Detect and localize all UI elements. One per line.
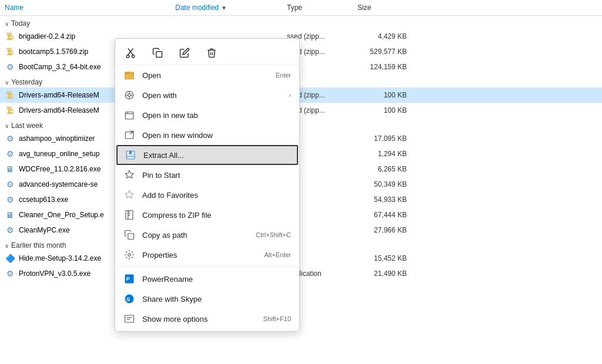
svg-rect-14: [125, 112, 133, 119]
context-open-with[interactable]: Open with ›: [115, 85, 299, 105]
zip-icon: 🗜: [5, 31, 15, 42]
context-properties[interactable]: Properties Alt+Enter: [115, 245, 299, 265]
exe-icon: ⚙: [5, 194, 15, 205]
app-icon: 🖥: [5, 210, 15, 220]
table-row[interactable]: ⚙ProtonVPN_v3.0.5.exe 6/16/2023 02:20 PM…: [0, 266, 602, 281]
exe-icon: ⚙: [5, 268, 15, 279]
open-new-tab-icon: [123, 109, 135, 121]
show-more-label: Show more options: [142, 315, 256, 323]
explorer-area: Name Date modified ▼ Type Size ∨ Today 🗜…: [0, 0, 602, 364]
properties-label: Properties: [142, 251, 257, 259]
context-copy-path[interactable]: Copy as path Ctrl+Shift+C: [115, 225, 299, 245]
table-row[interactable]: 🖥WDCFree_11.0.2.816.exe tion 6,265 KB: [0, 161, 602, 177]
col-size-header[interactable]: Size: [353, 2, 412, 13]
svg-point-9: [128, 94, 131, 97]
open-new-window-icon: [123, 129, 135, 141]
properties-shortcut: Alt+Enter: [264, 251, 291, 258]
zip-icon: 🗜: [5, 105, 15, 116]
copy-path-icon: [123, 229, 135, 241]
table-row[interactable]: 🔷Hide.me-Setup-3.14.2.exe tion 15,452 KB: [0, 251, 602, 266]
col-type-header[interactable]: Type: [282, 2, 353, 13]
group-yesterday: ∨ Yesterday: [0, 75, 602, 87]
context-toolbar: [115, 41, 299, 65]
context-add-favorites[interactable]: Add to Favorites: [115, 185, 299, 205]
table-row[interactable]: ⚙CleanMyPC.exe tion 27,966 KB: [0, 223, 602, 238]
context-open-new-window[interactable]: Open in new window: [115, 125, 299, 145]
svg-rect-5: [156, 52, 162, 58]
group-last-week: ∨ Last week: [0, 118, 602, 131]
power-rename-icon: P: [123, 273, 135, 285]
context-extract-all[interactable]: Extract All...: [116, 145, 298, 165]
context-power-rename[interactable]: P PowerRename: [115, 269, 299, 289]
exe-icon: ⚙: [5, 62, 15, 72]
open-shortcut: Enter: [276, 72, 291, 79]
table-row[interactable]: ⚙BootCamp_3.2_64-bit.exe tion 124,159 KB: [0, 59, 602, 75]
rename-icon[interactable]: [176, 45, 193, 61]
pin-start-label: Pin to Start: [142, 171, 291, 180]
properties-icon: [123, 249, 135, 261]
chevron-earlier-icon: ∨: [5, 242, 9, 249]
context-pin-start[interactable]: Pin to Start: [115, 165, 299, 185]
table-row[interactable]: ⚙avg_tuneup_online_setup tion 1,294 KB: [0, 146, 602, 161]
svg-point-0: [126, 55, 129, 58]
add-favorites-icon: [123, 189, 135, 201]
context-share-skype[interactable]: S Share with Skype: [115, 289, 299, 309]
app-icon: 🔷: [5, 253, 15, 264]
extract-all-icon: [125, 149, 136, 161]
zip-icon: 🗜: [5, 90, 15, 100]
show-more-icon: [123, 313, 135, 325]
app-icon: 🖥: [5, 164, 15, 174]
group-today: ∨ Today: [0, 16, 602, 29]
share-skype-icon: S: [123, 293, 135, 305]
group-earlier-month: ∨ Earlier this month: [0, 238, 602, 251]
table-row[interactable]: 🗜Drivers-amd64-ReleaseM ssed (zipp... 10…: [0, 87, 602, 103]
copy-icon[interactable]: [149, 45, 166, 61]
exe-icon: ⚙: [5, 133, 15, 144]
table-row[interactable]: ⚙ccsetup613.exe tion 54,933 KB: [0, 192, 602, 207]
open-icon: [123, 69, 135, 81]
svg-text:S: S: [126, 296, 131, 302]
chevron-lastweek-icon: ∨: [5, 123, 9, 129]
power-rename-label: PowerRename: [142, 275, 291, 284]
svg-rect-17: [125, 132, 133, 139]
zip-icon: 🗜: [5, 46, 15, 57]
chevron-today-icon: ∨: [5, 21, 9, 27]
table-row[interactable]: 🖥Cleaner_One_Pro_Setup.e tion 67,444 KB: [0, 207, 602, 223]
column-headers: Name Date modified ▼ Type Size: [0, 0, 602, 16]
extract-all-label: Extract All...: [143, 151, 290, 160]
exe-icon: ⚙: [5, 225, 15, 235]
compress-zip-label: Compress to ZIP file: [142, 211, 291, 220]
table-row[interactable]: 🗜bootcamp5.1.5769.zip ssed (zipp... 529,…: [0, 44, 602, 59]
file-list: ∨ Today 🗜brigadier-0.2.4.zip ssed (zipp.…: [0, 16, 602, 363]
open-with-arrow-icon: ›: [289, 92, 291, 99]
context-show-more[interactable]: Show more options Shift+F10: [115, 309, 299, 329]
exe-icon: ⚙: [5, 149, 15, 159]
context-open-new-tab[interactable]: Open in new tab: [115, 105, 299, 125]
context-open[interactable]: Open Enter: [115, 65, 299, 85]
svg-point-1: [132, 55, 135, 58]
show-more-shortcut: Shift+F10: [263, 315, 291, 322]
table-row[interactable]: ⚙advanced-systemcare-se tion 50,349 KB: [0, 177, 602, 192]
delete-icon[interactable]: [203, 45, 220, 61]
table-row[interactable]: 🗜Drivers-amd64-ReleaseM ssed (zipp... 10…: [0, 103, 602, 118]
cut-icon[interactable]: [122, 45, 139, 61]
open-with-label: Open with: [142, 91, 282, 100]
col-name-header[interactable]: Name: [0, 2, 170, 13]
copy-path-label: Copy as path: [142, 231, 249, 240]
table-row[interactable]: 🗜brigadier-0.2.4.zip ssed (zipp... 4,429…: [0, 29, 602, 44]
add-favorites-label: Add to Favorites: [142, 191, 291, 200]
share-skype-label: Share with Skype: [142, 295, 291, 304]
svg-text:P: P: [126, 276, 130, 282]
context-compress-zip[interactable]: Compress to ZIP file: [115, 205, 299, 225]
svg-rect-7: [125, 72, 129, 74]
col-date-header[interactable]: Date modified ▼: [170, 2, 282, 13]
open-label: Open: [142, 71, 269, 80]
exe-icon: ⚙: [5, 179, 15, 190]
svg-rect-26: [128, 234, 134, 240]
svg-rect-32: [125, 315, 134, 322]
open-new-window-label: Open in new window: [142, 131, 291, 140]
context-menu: Open Enter Open with › Open in new tab: [115, 38, 300, 332]
svg-point-27: [128, 254, 131, 257]
chevron-yesterday-icon: ∨: [5, 79, 9, 86]
table-row[interactable]: ⚙ashampoo_winoptimizer tion 17,095 KB: [0, 131, 602, 146]
